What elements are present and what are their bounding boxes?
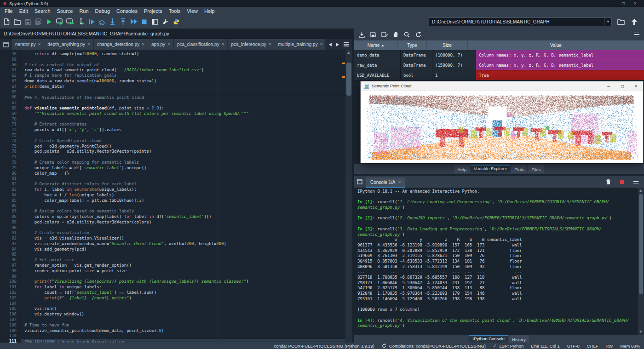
editor-tab-app-py[interactable]: app.py× — [148, 39, 173, 50]
code-line[interactable] — [21, 317, 345, 323]
point-cloud-window-titlebar[interactable]: Semantic Point Cloud – □ × — [361, 81, 643, 91]
maximize-button[interactable]: □ — [617, 0, 629, 7]
open-file-button[interactable] — [12, 16, 23, 27]
run-cell-advance-button[interactable] — [65, 16, 75, 27]
code-editor[interactable]: 5859606162636465666768697071727374757677… — [0, 50, 352, 343]
chevron-down-icon[interactable] — [604, 18, 611, 26]
column-header-type[interactable]: Type — [398, 40, 427, 50]
code-line[interactable]: print(demo_data) — [21, 84, 345, 90]
code-line[interactable]: points = df[['x', 'y', 'z']].values — [21, 127, 345, 133]
browse-consoles-icon[interactable] — [357, 179, 362, 184]
save-all-button[interactable] — [33, 16, 44, 27]
code-line[interactable]: count = (df['semantic_label'] == label).… — [21, 290, 345, 296]
close-icon[interactable]: × — [167, 42, 170, 47]
code-line[interactable]: pcd.colors = o3d.utility.Vector3dVector(… — [21, 220, 345, 225]
code-line[interactable]: color_map[label] = plt.cm.tab10(hue)[:3] — [21, 198, 345, 204]
minimize-button[interactable]: – — [602, 81, 615, 91]
import-data-button[interactable] — [359, 32, 365, 38]
console-output[interactable]: IPython 8.18.1 -- An enhanced Interactiv… — [354, 188, 644, 335]
interrupt-kernel-button[interactable] — [620, 180, 624, 184]
run-file-button[interactable] — [44, 16, 54, 27]
refresh-variables-button[interactable] — [415, 32, 421, 38]
tab-files[interactable]: Files — [528, 165, 544, 173]
code-line[interactable]: # Create visualization — [21, 230, 345, 236]
tab-help[interactable]: Help — [454, 165, 470, 173]
code-line[interactable] — [21, 252, 345, 257]
scroll-up-icon[interactable] — [639, 189, 642, 192]
code-line[interactable]: for label in unique_labels: — [21, 285, 345, 290]
code-line[interactable]: # Create color mapping for semantic labe… — [21, 160, 345, 166]
scroll-down-icon[interactable] — [639, 331, 642, 333]
editor-tab-pca_inference-py[interactable]: pca_inference.py× — [228, 39, 274, 50]
code-line[interactable]: # Generate distinct colors for each labe… — [21, 182, 345, 187]
continue-execution-button[interactable] — [128, 16, 139, 27]
column-header-name[interactable]: Name — [354, 40, 398, 50]
code-line[interactable]: hue = i / len(unique_labels) — [21, 193, 345, 198]
code-line[interactable] — [21, 203, 345, 209]
tab-ipython-console[interactable]: IPython Console — [469, 335, 508, 343]
save-data-button[interactable] — [370, 32, 376, 37]
code-line[interactable]: vis.create_window(window_name="Semantic … — [21, 241, 345, 247]
column-header-value[interactable]: Value — [468, 40, 644, 50]
code-line[interactable]: color_map = {} — [21, 171, 345, 177]
code-line[interactable] — [21, 176, 345, 182]
minimize-button[interactable]: – — [605, 0, 617, 7]
code-line[interactable]: pcd = o3d.geometry.PointCloud() — [21, 144, 345, 149]
code-line[interactable]: # Let us control the output of — [21, 63, 345, 68]
code-line[interactable] — [21, 57, 345, 63]
variable-row-usd_available[interactable]: USD_AVAILABLEbool1True — [354, 70, 644, 80]
code-line[interactable] — [21, 117, 345, 122]
close-icon[interactable]: × — [269, 42, 271, 47]
point-cloud-window[interactable]: Semantic Point Cloud – □ × — [360, 81, 644, 163]
code-line[interactable] — [21, 225, 345, 231]
run-selection-button[interactable] — [75, 16, 86, 27]
code-line[interactable] — [21, 90, 345, 95]
console-options-icon[interactable] — [633, 180, 638, 184]
menu-item-source[interactable]: Source — [54, 8, 76, 14]
code-line[interactable]: visualize_semantic_pointcloud(demo_data,… — [21, 328, 345, 334]
code-line[interactable]: for i, label in enumerate(unique_labels)… — [21, 187, 345, 193]
tab-plots[interactable]: Plots — [511, 165, 527, 173]
step-return-button[interactable] — [118, 16, 128, 27]
editor-tab-change_detection-py[interactable]: change_detection.py× — [94, 39, 148, 50]
code-line[interactable]: #%% [OPTIONAL] Scene Graph Visualization — [21, 339, 345, 343]
close-button[interactable]: × — [629, 81, 643, 91]
console-tab[interactable]: Console 1/A × — [366, 177, 405, 188]
code-line[interactable]: unique_labels = df['semantic_label'].uni… — [21, 166, 345, 171]
code-line[interactable]: return df.sample(n=150000, random_state=… — [21, 51, 345, 57]
code-line[interactable] — [21, 133, 345, 138]
code-line[interactable]: print(f"Visualizing {len(points)} points… — [21, 279, 345, 285]
remove-console-variables-button[interactable] — [606, 179, 611, 185]
menu-item-search[interactable]: Search — [31, 8, 54, 14]
code-line[interactable]: # Time to have fun — [21, 323, 345, 328]
code-line[interactable] — [21, 274, 345, 280]
code-line[interactable]: # Assign colors based on semantic labels — [21, 209, 345, 214]
run-cell-button[interactable] — [54, 16, 65, 27]
code-line[interactable]: # Create Open3D point cloud — [21, 138, 345, 144]
variable-explorer-options-icon[interactable] — [634, 33, 639, 37]
console-scrollbar[interactable] — [638, 188, 644, 335]
variable-row-raw_data[interactable]: raw_dataDataFrame(150000, 7)Column names… — [354, 60, 644, 70]
console-scrollbar-thumb[interactable] — [639, 194, 643, 294]
browse-directory-button[interactable] — [615, 16, 626, 27]
tab-variable-explorer[interactable]: Variable Explorer — [471, 165, 510, 172]
code-line[interactable]: def visualize_semantic_pointcloud(df, po… — [21, 106, 345, 111]
code-line[interactable]: demo_data = raw_data.sample(n=100000, ra… — [21, 79, 345, 84]
run-current-line-button[interactable] — [97, 16, 107, 27]
parent-directory-button[interactable] — [629, 16, 639, 27]
working-directory-combobox[interactable]: D:\OneDrive\FORMER\TUTORIALS\SEMANTIC_GR… — [429, 17, 612, 26]
maximize-button[interactable]: □ — [615, 81, 629, 91]
code-line[interactable] — [21, 154, 345, 160]
tab-scroll-right-button[interactable] — [336, 43, 339, 46]
close-icon[interactable]: × — [38, 42, 40, 47]
maximize-pane-button[interactable] — [150, 16, 160, 27]
editor-tab-pca_classification-py[interactable]: pca_classification.py× — [174, 39, 228, 50]
save-button[interactable] — [23, 16, 33, 27]
debug-file-button[interactable] — [86, 16, 97, 27]
editor-scrollbar-thumb[interactable] — [346, 63, 351, 96]
code-line[interactable]: render_option.point_size = point_size — [21, 269, 345, 274]
menu-item-edit[interactable]: Edit — [16, 8, 31, 14]
close-icon[interactable]: × — [222, 42, 224, 47]
step-into-button[interactable] — [107, 16, 118, 27]
browse-tabs-icon[interactable] — [0, 39, 12, 50]
